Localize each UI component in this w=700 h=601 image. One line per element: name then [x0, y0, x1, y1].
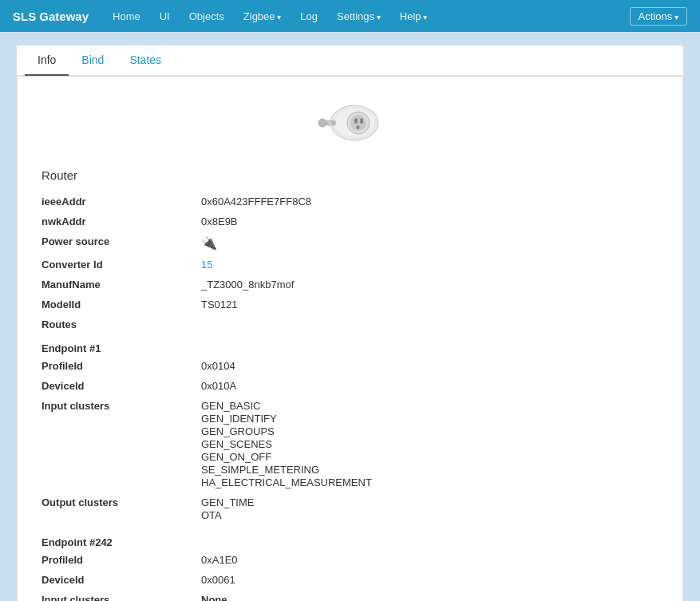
- label-ep1-input: Input clusters: [42, 400, 201, 412]
- svg-rect-4: [354, 118, 358, 124]
- value-converter[interactable]: 15: [201, 259, 658, 271]
- value-power: 🔌: [201, 235, 658, 251]
- nav-objects[interactable]: Objects: [181, 7, 232, 26]
- row-nwk: nwkAddr 0x8E9B: [42, 212, 658, 231]
- nav-ui[interactable]: UI: [152, 7, 178, 26]
- row-power: Power source 🔌: [42, 231, 658, 255]
- cluster-gen-on-off: GEN_ON_OFF: [201, 451, 658, 463]
- row-routes: Routes: [42, 314, 658, 334]
- brand[interactable]: SLS Gateway: [13, 10, 89, 23]
- tab-info[interactable]: Info: [25, 45, 69, 76]
- device-image-container: [42, 93, 658, 152]
- label-ep242-device: DeviceId: [42, 574, 201, 586]
- label-converter: Converter Id: [42, 259, 201, 271]
- value-ep1-device: 0x010A: [201, 380, 658, 392]
- value-ep242-profile: 0xA1E0: [201, 554, 658, 566]
- cluster-gen-identify: GEN_IDENTIFY: [201, 413, 658, 425]
- label-ieee: ieeeAddr: [42, 196, 201, 208]
- cluster-gen-groups: GEN_GROUPS: [201, 425, 658, 437]
- value-ieee: 0x60A423FFFE7FF8C8: [201, 196, 658, 208]
- power-icon: 🔌: [201, 236, 217, 250]
- label-ep1-profile: ProfileId: [42, 360, 201, 372]
- cluster-ha-electrical: HA_ELECTRICAL_MEASUREMENT: [201, 476, 658, 488]
- row-model: ModelId TS0121: [42, 295, 658, 314]
- nav-zigbee[interactable]: Zigbee: [235, 7, 290, 26]
- cluster-se-simple-metering: SE_SIMPLE_METERING: [201, 464, 658, 476]
- svg-rect-6: [356, 125, 359, 129]
- svg-rect-5: [360, 118, 363, 124]
- row-ep1-device: DeviceId 0x010A: [42, 376, 658, 396]
- nav-home[interactable]: Home: [105, 7, 148, 26]
- value-manuf: _TZ3000_8nkb7mof: [201, 279, 658, 291]
- label-nwk: nwkAddr: [42, 215, 201, 227]
- label-ep1-output: Output clusters: [42, 496, 201, 508]
- page-container: Info Bind States: [0, 32, 700, 601]
- actions-button[interactable]: Actions: [630, 7, 687, 26]
- endpoint242-header: Endpoint #242: [42, 536, 658, 548]
- value-ep1-profile: 0x0104: [201, 360, 658, 372]
- row-ep1-input: Input clusters GEN_BASIC GEN_IDENTIFY GE…: [42, 396, 658, 492]
- nav-settings[interactable]: Settings: [329, 7, 389, 26]
- row-converter: Converter Id 15: [42, 255, 658, 275]
- cluster-gen-time: GEN_TIME: [201, 496, 658, 508]
- cluster-gen-basic: GEN_BASIC: [201, 400, 658, 412]
- row-ep242-input: Input clusters None: [42, 590, 658, 601]
- svg-rect-9: [332, 121, 334, 125]
- card-body: Router ieeeAddr 0x60A423FFFE7FF8C8 nwkAd…: [17, 76, 683, 601]
- tab-bar: Info Bind States: [17, 45, 683, 76]
- value-ep1-output: GEN_TIME OTA: [201, 496, 658, 521]
- cluster-gen-scenes: GEN_SCENES: [201, 438, 658, 450]
- row-ep242-device: DeviceId 0x0061: [42, 570, 658, 590]
- row-ieee: ieeeAddr 0x60A423FFFE7FF8C8: [42, 192, 658, 212]
- nav-links: Home UI Objects Zigbee Log Settings Help: [105, 7, 630, 26]
- nav-help[interactable]: Help: [392, 7, 436, 26]
- row-ep242-profile: ProfileId 0xA1E0: [42, 550, 658, 570]
- navbar-right: Actions: [630, 7, 687, 26]
- tab-states[interactable]: States: [117, 45, 174, 76]
- main-card: Info Bind States: [16, 45, 684, 601]
- value-model: TS0121: [201, 299, 658, 310]
- row-ep1-output: Output clusters GEN_TIME OTA: [42, 492, 658, 525]
- label-ep242-input: Input clusters: [42, 594, 201, 601]
- label-manuf: ManufName: [42, 279, 201, 291]
- label-routes: Routes: [42, 318, 201, 330]
- navbar: SLS Gateway Home UI Objects Zigbee Log S…: [0, 0, 700, 32]
- value-ep242-device: 0x0061: [201, 574, 658, 586]
- value-nwk: 0x8E9B: [201, 215, 658, 227]
- label-ep242-profile: ProfileId: [42, 554, 201, 566]
- label-model: ModelId: [42, 299, 201, 310]
- tab-bind[interactable]: Bind: [69, 45, 117, 76]
- cluster-ota: OTA: [201, 509, 658, 521]
- label-ep1-device: DeviceId: [42, 380, 201, 392]
- value-ep242-input: None: [201, 594, 658, 601]
- row-manuf: ManufName _TZ3000_8nkb7mof: [42, 275, 658, 295]
- device-image: [310, 93, 390, 152]
- label-power: Power source: [42, 235, 201, 247]
- nav-log[interactable]: Log: [292, 7, 326, 26]
- device-type: Router: [42, 168, 658, 182]
- svg-point-8: [318, 119, 326, 127]
- value-ep1-input: GEN_BASIC GEN_IDENTIFY GEN_GROUPS GEN_SC…: [201, 400, 658, 488]
- row-ep1-profile: ProfileId 0x0104: [42, 356, 658, 376]
- endpoint1-header: Endpoint #1: [42, 342, 658, 354]
